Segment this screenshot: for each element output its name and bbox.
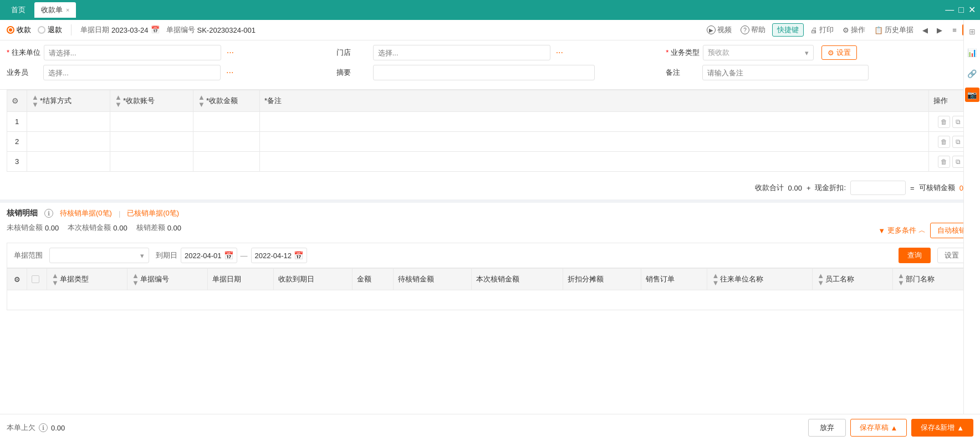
footer-actions: 放弃 保存草稿 ▲ 保存&新增 ▲	[808, 419, 973, 437]
query-button[interactable]: 查询	[899, 248, 931, 263]
more-conditions-label: 更多条件	[887, 225, 916, 235]
date-to-calendar-icon[interactable]: 📅	[294, 251, 303, 260]
nav-prev-button[interactable]: ◀	[920, 25, 930, 35]
filter-icon: ▼	[878, 227, 885, 235]
more-conditions-button[interactable]: ▼ 更多条件 ︿	[878, 225, 926, 235]
verify-settings-button[interactable]: 设置	[937, 248, 966, 263]
salesperson-input[interactable]	[43, 65, 221, 80]
shortcut-button[interactable]: 快捷键	[772, 23, 804, 37]
bottom-table: ⚙ ▲▼ 单据类型 ▲▼ 单据编号	[7, 268, 973, 310]
header-checkbox[interactable]	[32, 275, 39, 283]
date-from-wrap[interactable]: 2022-04-01 📅	[181, 248, 237, 263]
row-1-copy-icon[interactable]: ⧉	[952, 116, 964, 128]
date-from-calendar-icon[interactable]: 📅	[224, 251, 233, 260]
store-input[interactable]	[373, 45, 550, 60]
date-calendar-icon[interactable]: 📅	[151, 25, 160, 34]
row-3-copy-icon[interactable]: ⧉	[952, 156, 964, 168]
counterparty-label: * 往来单位	[7, 48, 40, 58]
counterparty-more-icon[interactable]: ···	[227, 48, 234, 58]
history-button[interactable]: 📋 历史单据	[872, 24, 916, 36]
sidebar-chart-icon[interactable]: 📊	[965, 45, 979, 60]
remark-input[interactable]	[702, 65, 869, 80]
store-more-icon[interactable]: ···	[556, 48, 563, 58]
radio-refund[interactable]: 退款	[38, 25, 62, 35]
salesperson-more-icon[interactable]: ···	[226, 68, 233, 78]
receipt-table: ⚙ ▲▼ *结算方式 ▲▼ *收款账号	[7, 90, 973, 172]
row-1-account[interactable]	[110, 112, 193, 132]
row-2-remark[interactable]	[260, 132, 929, 152]
tab-home[interactable]: 首页	[4, 2, 32, 18]
tab-close-icon[interactable]: ×	[66, 7, 69, 13]
date-range-separator: —	[241, 252, 248, 260]
sidebar-link-icon[interactable]: 🔗	[965, 66, 979, 81]
row-1-amount[interactable]	[193, 112, 260, 132]
video-button[interactable]: ▶ 视频	[705, 24, 734, 36]
sort-doc-num[interactable]: ▲▼	[132, 272, 139, 286]
summary-input[interactable]	[373, 65, 595, 80]
sort-arrows-amount[interactable]: ▲▼	[198, 94, 205, 108]
diff-stat: 核销差额 0.00	[136, 223, 181, 233]
counterparty-input[interactable]	[44, 45, 221, 60]
sort-counterparty[interactable]: ▲▼	[712, 272, 719, 286]
row-3-account[interactable]	[110, 152, 193, 172]
row-2-amount[interactable]	[193, 132, 260, 152]
row-1-settle[interactable]	[27, 112, 110, 132]
table-settings-icon[interactable]: ⚙	[12, 96, 19, 105]
sort-dept[interactable]: ▲▼	[897, 272, 905, 286]
help-button[interactable]: ? 帮助	[738, 24, 768, 36]
bottom-table-section: ⚙ ▲▼ 单据类型 ▲▼ 单据编号	[0, 268, 980, 310]
sort-arrows-settle[interactable]: ▲▼	[32, 94, 39, 108]
operation-label: 操作	[851, 25, 865, 35]
row-1-num: 1	[7, 112, 27, 132]
row-1-delete-icon[interactable]: 🗑	[938, 116, 950, 128]
abandon-button[interactable]: 放弃	[808, 419, 846, 437]
sidebar-camera-icon[interactable]: 📷	[965, 88, 979, 102]
bottom-col-pending: 待核销金额	[393, 269, 472, 290]
save-new-button[interactable]: 保存&新增 ▲	[911, 419, 973, 437]
row-2-delete-icon[interactable]: 🗑	[938, 136, 950, 148]
row-2-settle[interactable]	[27, 132, 110, 152]
bottom-col-settings[interactable]: ⚙	[7, 269, 27, 290]
col-settings-header[interactable]: ⚙	[7, 90, 27, 112]
settings-button[interactable]: ⚙ 设置	[821, 45, 857, 60]
row-3-amount[interactable]	[193, 152, 260, 172]
bottom-col-checkbox[interactable]	[27, 269, 47, 290]
operation-button[interactable]: ⚙ 操作	[840, 24, 867, 36]
row-3-remark[interactable]	[260, 152, 929, 172]
business-type-select[interactable]: 预收款 ▾	[703, 45, 814, 60]
sort-employee[interactable]: ▲▼	[817, 272, 824, 286]
row-1-remark[interactable]	[260, 112, 929, 132]
sort-doc-type[interactable]: ▲▼	[52, 272, 59, 286]
nav-next-button[interactable]: ▶	[935, 25, 945, 35]
footer-info-icon[interactable]: ℹ	[39, 423, 48, 432]
current-verify-value: 0.00	[113, 224, 127, 232]
row-2-copy-icon[interactable]: ⧉	[952, 136, 964, 148]
filter-row: 单据范围 ▾ 到期日 2022-04-01 📅 — 2022-04-12 📅 查…	[7, 243, 973, 268]
col-remark-header: *备注	[260, 90, 929, 112]
row-3-settle[interactable]	[27, 152, 110, 172]
sidebar-table-icon[interactable]: ⊞	[965, 24, 979, 39]
date-to-wrap[interactable]: 2022-04-12 📅	[251, 248, 308, 263]
radio-receive[interactable]: 收款	[7, 25, 31, 35]
save-draft-button[interactable]: 保存草稿 ▲	[850, 419, 907, 437]
total-value: 0.00	[788, 184, 802, 192]
store-field: 门店 ···	[336, 45, 644, 60]
minimize-button[interactable]: —	[945, 6, 954, 14]
row-3-delete-icon[interactable]: 🗑	[938, 156, 950, 168]
tab-receipt[interactable]: 收款单 ×	[34, 2, 76, 18]
list-view-icon[interactable]: ≡	[949, 24, 960, 35]
maximize-button[interactable]: □	[958, 6, 964, 14]
table-header-row: ⚙ ▲▼ *结算方式 ▲▼ *收款账号	[7, 90, 973, 112]
bottom-col-doc-num: ▲▼ 单据编号	[127, 269, 207, 290]
verify-info-icon[interactable]: ℹ	[44, 209, 53, 218]
sort-arrows-account[interactable]: ▲▼	[115, 94, 122, 108]
print-button[interactable]: 🖨 打印	[808, 24, 836, 36]
pending-tab[interactable]: 待核销单据(0笔)	[60, 208, 112, 218]
chevron-up-icon: ︿	[918, 225, 926, 235]
salesperson-label: 业务员	[7, 68, 40, 78]
close-button[interactable]: ✕	[968, 6, 976, 14]
row-2-account[interactable]	[110, 132, 193, 152]
range-select[interactable]: ▾	[49, 248, 149, 263]
discount-input[interactable]	[850, 181, 906, 195]
completed-tab[interactable]: 已核销单据(0笔)	[127, 208, 179, 218]
